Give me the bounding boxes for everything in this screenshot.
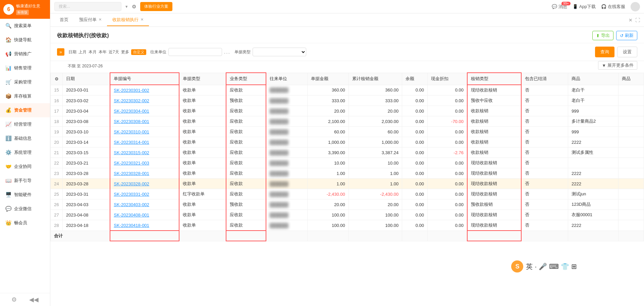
grid-icon[interactable]: ⊞ (571, 262, 577, 270)
order-link[interactable]: SK-20230328-002 (114, 181, 149, 186)
custom-date-button[interactable]: 自定义 (131, 49, 146, 55)
keyboard-icon[interactable]: ⌨ (549, 262, 559, 270)
cell-no: 28 (51, 220, 63, 231)
sidebar-item-14[interactable]: 👑 畅会员 (0, 216, 50, 230)
cell-include: 否 (521, 199, 568, 210)
order-link[interactable]: SK-20230310-001 (114, 129, 149, 134)
bill-type-select[interactable] (253, 48, 306, 56)
partner-name: ██████ (270, 161, 288, 166)
this-year-link[interactable]: 本年 (99, 49, 107, 55)
close-tab-icon[interactable]: ✕ (629, 17, 633, 23)
collapse-icon[interactable]: ◀◀ (29, 296, 39, 303)
cell-discount: 0.00 (428, 96, 467, 106)
cell-include: 否 (521, 158, 568, 168)
cell-accum: 3,387.24 (348, 147, 402, 158)
order-link[interactable]: SK-20230304-001 (114, 109, 149, 114)
col-write-type: 核销类型 (467, 73, 521, 85)
sidebar-item-9[interactable]: ⚙️ 系统管理 (0, 145, 50, 160)
order-link[interactable]: SK-20230331-002 (114, 192, 149, 197)
order-link[interactable]: SK-20230403-002 (114, 202, 149, 207)
sidebar-item-6[interactable]: 💰 资金管理 (0, 103, 50, 117)
sidebar-item-5[interactable]: 📦 库存核算 (0, 89, 50, 103)
cell-write-type: 现结收款核销 (467, 210, 521, 220)
sidebar-item-3[interactable]: 📊 销售管理 (0, 61, 50, 75)
cell-include: 否 (521, 96, 568, 106)
cell-goods1: 测试jun (568, 189, 618, 199)
expand-tab-icon[interactable]: ⛶ (635, 17, 640, 23)
settings-icon[interactable]: ⚙ (11, 296, 17, 303)
order-link[interactable]: SK-20230308-001 (114, 119, 149, 124)
order-link[interactable]: SK-20230321-003 (114, 161, 149, 166)
topbar-gear-icon[interactable]: ⚙ (132, 4, 136, 10)
sidebar-item-10[interactable]: 🤝 企业协同 (0, 160, 50, 174)
tab-close-1[interactable]: ✕ (99, 17, 102, 22)
tab-2[interactable]: 收款核销执行 ✕ (107, 14, 149, 26)
sidebar-item-7[interactable]: 📈 经营管理 (0, 117, 50, 131)
cell-goods2 (619, 96, 644, 106)
tab-close-2[interactable]: ✕ (141, 17, 144, 22)
order-link[interactable]: SK-20230328-001 (114, 171, 149, 176)
cell-goods1: 老白干 (568, 96, 618, 106)
sidebar-item-8[interactable]: ℹ️ 基础信息 (0, 131, 50, 145)
message-button[interactable]: 💬 消息 99+ (552, 4, 567, 10)
filter-collapse-button[interactable]: » (57, 48, 64, 56)
order-link[interactable]: SK-20230315-002 (114, 150, 149, 155)
sidebar-item-2[interactable]: 📢 营销推广 (0, 47, 50, 61)
cell-balance: 0.00 (402, 116, 428, 127)
column-settings-icon[interactable]: ⚙ (55, 76, 59, 81)
partner-more-icon[interactable]: ... (224, 49, 230, 55)
user-avatar[interactable] (631, 2, 640, 11)
sidebar-item-1[interactable]: 🏠 快捷导航 (0, 33, 50, 47)
cell-partner: ██████ (266, 116, 308, 127)
expand-more-button[interactable]: ▼ 展开更多条件 (598, 61, 637, 70)
sidebar-label-14: 畅会员 (14, 220, 27, 226)
order-link[interactable]: SK-20230418-001 (114, 223, 149, 228)
tab-1[interactable]: 预应付单 ✕ (74, 14, 107, 26)
app-download-button[interactable]: 📱 App下载 (573, 4, 596, 10)
cell-goods2 (619, 85, 644, 96)
cell-accum: 100.00 (348, 210, 402, 220)
sidebar-item-11[interactable]: 📖 新手引导 (0, 174, 50, 188)
topbar-dropdown-arrow[interactable]: ▾ (125, 4, 128, 9)
chinese-input-icon[interactable]: 英 (526, 262, 533, 271)
partner-input[interactable] (168, 48, 222, 56)
this-month-link[interactable]: 本月 (89, 49, 97, 55)
shirt-icon[interactable]: 👕 (561, 262, 569, 270)
solution-button[interactable]: 体验行业方案 (140, 2, 172, 11)
cell-write-type: 现结收款核销 (467, 220, 521, 231)
topbar-search[interactable]: 搜索... (54, 2, 121, 11)
order-link[interactable]: SK-20230314-001 (114, 140, 149, 145)
sidebar-item-0[interactable]: 🔍 搜索菜单 (0, 19, 50, 33)
cell-balance: 0.00 (402, 137, 428, 147)
cell-goods2 (619, 137, 644, 147)
partner-name: ██████ (270, 150, 288, 155)
cell-amount: 1,000.00 (308, 137, 348, 147)
last7-link[interactable]: 近7天 (109, 49, 119, 55)
table-row: 25 2023-03-31 SK-20230331-002 红字收款单 应收款 … (51, 189, 644, 199)
cell-bill-type: 收款单 (179, 158, 226, 168)
sidebar-item-13[interactable]: 💬 企业微信 (0, 202, 50, 216)
order-link[interactable]: SK-20230408-001 (114, 212, 149, 218)
sidebar-item-12[interactable]: 🖥️ 智能硬件 (0, 188, 50, 202)
last-month-link[interactable]: 上月 (78, 49, 87, 55)
query-button[interactable]: 查询 (595, 47, 614, 57)
cell-order-no: SK-20230304-001 (110, 106, 179, 116)
col-settings[interactable]: ⚙ (51, 73, 63, 85)
topbar-right: 💬 消息 99+ 📱 App下载 🎧 在线客服 (552, 2, 640, 11)
order-link[interactable]: SK-20230302-002 (114, 98, 149, 103)
service-button[interactable]: 🎧 在线客服 (601, 4, 625, 10)
cell-accum: 20.00 (348, 106, 402, 116)
export-button[interactable]: ⬆ 导出 (592, 31, 613, 40)
cell-bill-type: 收款单 (179, 85, 226, 96)
refresh-button[interactable]: ↺ 刷新 (616, 31, 637, 40)
cell-order-no: SK-20230418-001 (110, 220, 179, 231)
tab-0[interactable]: 首页 (54, 14, 74, 26)
order-link[interactable]: SK-20230301-002 (114, 88, 149, 93)
cell-goods1: 测试多属性 (568, 147, 618, 158)
sidebar-item-4[interactable]: 🛒 采购管理 (0, 75, 50, 89)
mic-icon[interactable]: 🎤 (539, 262, 547, 270)
col-partner: 往来单位 (266, 73, 308, 85)
setting-button[interactable]: 设置 (617, 47, 637, 57)
sidebar-label-5: 库存核算 (14, 93, 32, 99)
more-link[interactable]: 更多 (121, 49, 129, 55)
